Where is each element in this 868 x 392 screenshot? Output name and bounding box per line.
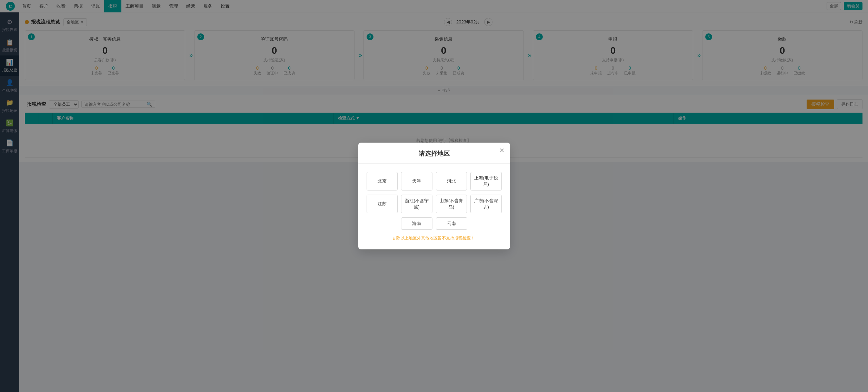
- region-btn-江苏[interactable]: 江苏: [367, 195, 398, 213]
- region-btn-云南[interactable]: 云南: [436, 217, 467, 230]
- region-btn-海南[interactable]: 海南: [401, 217, 432, 230]
- region-btn-北京[interactable]: 北京: [367, 172, 398, 190]
- modal-body: 北京天津河北上海(电子税局) 江苏浙江(不含宁波)山东(不含青岛)广东(不含深圳…: [358, 164, 510, 249]
- region-row-1: 北京天津河北上海(电子税局): [367, 172, 502, 190]
- region-btn-河北[interactable]: 河北: [436, 172, 467, 190]
- region-btn-浙江(不含宁波)[interactable]: 浙江(不含宁波): [401, 195, 432, 213]
- region-row-2: 江苏浙江(不含宁波)山东(不含青岛)广东(不含深圳): [367, 195, 502, 213]
- region-btn-上海(电子税局)[interactable]: 上海(电子税局): [470, 172, 502, 190]
- region-modal: 请选择地区 ✕ 北京天津河北上海(电子税局) 江苏浙江(不含宁波)山东(不含青岛…: [358, 143, 510, 249]
- modal-warning: ℹ 除以上地区外其他地区暂不支持报税检查！: [367, 235, 502, 241]
- region-btn-天津[interactable]: 天津: [401, 172, 432, 190]
- modal-title: 请选择地区: [358, 143, 510, 164]
- warning-icon: ℹ: [393, 236, 395, 241]
- region-btn-广东(不含深圳)[interactable]: 广东(不含深圳): [470, 195, 502, 213]
- region-btn-山东(不含青岛)[interactable]: 山东(不含青岛): [436, 195, 467, 213]
- region-row-3: 海南云南: [367, 217, 502, 230]
- modal-overlay[interactable]: 请选择地区 ✕ 北京天津河北上海(电子税局) 江苏浙江(不含宁波)山东(不含青岛…: [0, 0, 868, 392]
- modal-close-button[interactable]: ✕: [499, 147, 505, 154]
